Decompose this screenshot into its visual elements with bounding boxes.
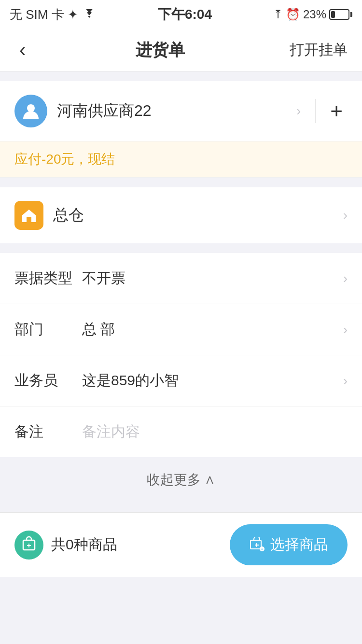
svg-text:+: +: [261, 547, 263, 552]
svg-rect-1: [27, 217, 31, 222]
invoice-type-value: 不开票: [82, 268, 338, 288]
supplier-chevron-icon: ›: [296, 103, 301, 119]
status-right: ⤒ ⏰ 23%: [273, 8, 352, 21]
remark-label: 备注: [14, 422, 82, 442]
status-left: 无 SIM 卡 ✦: [10, 6, 97, 23]
cart-icon: [20, 536, 38, 554]
department-label: 部门: [14, 320, 82, 339]
supplier-card: 河南供应商22 › + 应付-20元，现结: [0, 81, 362, 178]
status-time: 下午6:04: [158, 5, 212, 24]
department-value: 总 部: [82, 320, 338, 339]
page-title: 进货单: [136, 39, 185, 61]
remark-row[interactable]: 备注 备注内容: [0, 406, 362, 457]
select-products-button[interactable]: + 选择商品: [230, 524, 348, 565]
alert-banner: 应付-20元，现结: [0, 141, 362, 178]
collapse-label: 收起更多 ∧: [147, 471, 216, 489]
select-products-label: 选择商品: [270, 535, 328, 555]
invoice-type-label: 票据类型: [14, 268, 82, 288]
department-chevron-icon: ›: [343, 322, 348, 337]
salesperson-row[interactable]: 业务员 这是859的小智 ›: [0, 355, 362, 406]
section-gap-1: [0, 71, 362, 81]
department-row[interactable]: 部门 总 部 ›: [0, 304, 362, 355]
salesperson-value: 这是859的小智: [82, 371, 338, 391]
remark-input[interactable]: 备注内容: [82, 422, 348, 442]
open-pending-button[interactable]: 打开挂单: [290, 40, 348, 60]
svg-point-0: [27, 104, 35, 112]
location-icon: ⤒: [273, 8, 283, 21]
back-button[interactable]: ‹: [14, 34, 30, 66]
product-icon: [14, 531, 43, 560]
section-gap-2: [0, 503, 362, 512]
warehouse-card: 总仓 ›: [0, 187, 362, 243]
collapse-button[interactable]: 收起更多 ∧: [0, 457, 362, 503]
invoice-type-chevron-icon: ›: [343, 271, 348, 286]
alarm-icon: ⏰: [286, 8, 300, 21]
wifi-icon: [82, 9, 97, 20]
bottom-bar: 共0种商品 + 选择商品: [0, 512, 362, 577]
supplier-name: 河南供应商22: [57, 100, 296, 122]
warehouse-icon: [14, 201, 43, 230]
salesperson-label: 业务员: [14, 371, 82, 391]
content-area: [0, 577, 362, 644]
salesperson-chevron-icon: ›: [343, 373, 348, 389]
warehouse-row[interactable]: 总仓 ›: [0, 187, 362, 243]
battery-percent: 23%: [303, 8, 326, 21]
supplier-avatar: [14, 95, 47, 127]
add-supplier-button[interactable]: +: [325, 99, 348, 123]
person-icon: [21, 101, 41, 121]
status-bar: 无 SIM 卡 ✦ 下午6:04 ⤒ ⏰ 23%: [0, 0, 362, 29]
invoice-type-row[interactable]: 票据类型 不开票 ›: [0, 253, 362, 304]
product-count-area: 共0种商品: [14, 531, 117, 560]
select-cart-icon: +: [249, 537, 265, 553]
warehouse-name: 总仓: [53, 205, 338, 226]
form-section: 票据类型 不开票 › 部门 总 部 › 业务员 这是859的小智 › 备注 备注…: [0, 253, 362, 457]
nav-bar: ‹ 进货单 打开挂单: [0, 29, 362, 71]
house-icon: [20, 207, 38, 224]
sim-status: 无 SIM 卡 ✦: [10, 6, 78, 23]
warehouse-chevron-icon: ›: [343, 208, 348, 223]
product-count-text: 共0种商品: [51, 535, 117, 555]
battery-icon: [329, 9, 352, 20]
vertical-divider: [315, 99, 316, 123]
supplier-row[interactable]: 河南供应商22 › +: [0, 81, 362, 141]
